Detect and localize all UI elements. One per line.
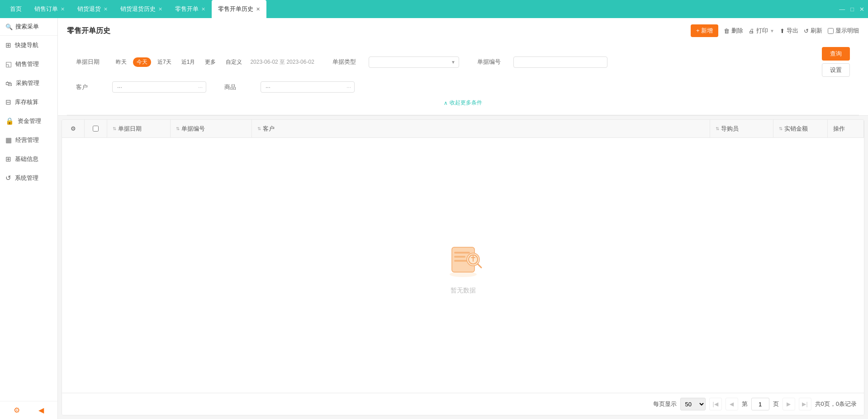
sidebar-item-quick-nav[interactable]: ⊞ 快捷导航 (0, 36, 57, 55)
select-all-checkbox[interactable] (93, 126, 99, 132)
close-tab-sales-return[interactable]: ✕ (104, 6, 108, 12)
type-select-wrap (369, 56, 459, 68)
customer-filter-label: 客户 (76, 83, 103, 91)
finance-icon: 🔒 (5, 117, 14, 125)
th-salesperson: ⇅ 导购员 (710, 120, 773, 137)
close-tab-retail-open-history[interactable]: ✕ (256, 6, 260, 12)
close-tab-sales-order[interactable]: ✕ (61, 6, 65, 12)
th-date: ⇅ 单据日期 (107, 120, 171, 137)
tab-retail-open-history[interactable]: 零售开单历史 ✕ (212, 0, 266, 18)
next-page-button[interactable]: ▶ (783, 398, 795, 410)
close-tab-sales-return-history[interactable]: ✕ (158, 6, 162, 12)
tab-sales-return-history[interactable]: 销货退货历史 ✕ (114, 0, 169, 18)
date-opt-1month[interactable]: 近1月 (178, 57, 199, 67)
display-cols-checkbox[interactable] (828, 28, 834, 34)
maximize-button[interactable]: □ (850, 6, 854, 13)
window-controls: — □ ✕ (839, 6, 864, 13)
tab-sales-order[interactable]: 销售订单 ✕ (28, 0, 71, 18)
type-filter-label: 单据类型 (332, 58, 360, 66)
filter-actions: 查询 设置 (822, 47, 850, 77)
prev-page-button[interactable]: ◀ (726, 398, 738, 410)
sidebar-bottom: ⚙ ◀ (0, 401, 57, 419)
refresh-button[interactable]: ↺ 刷新 (804, 27, 822, 35)
page-header: 零售开单历史 + 新增 🗑 删除 🖨 打印 ▼ ⬆ 导出 (58, 18, 868, 116)
sidebar-item-inventory[interactable]: ⊟ 库存核算 (0, 93, 57, 112)
empty-state: 暂无数据 (62, 138, 864, 393)
th-action: 操作 (828, 120, 864, 137)
settings-icon[interactable]: ⚙ (71, 125, 76, 132)
sidebar-item-finance[interactable]: 🔒 资金管理 (0, 112, 57, 131)
page-title-row: 零售开单历史 + 新增 🗑 删除 🖨 打印 ▼ ⬆ 导出 (67, 24, 859, 37)
content-area: 零售开单历史 + 新增 🗑 删除 🖨 打印 ▼ ⬆ 导出 (58, 18, 868, 419)
goods-input[interactable] (261, 81, 355, 93)
sidebar-item-sales-mgmt[interactable]: ◱ 销售管理 (0, 55, 57, 74)
sort-salesperson-icon[interactable]: ⇅ (716, 126, 719, 131)
sidebar-collapse-icon[interactable]: ◀ (38, 406, 44, 414)
goods-input-wrap (261, 81, 355, 93)
sort-amount-icon[interactable]: ⇅ (779, 126, 783, 131)
svg-rect-5 (454, 260, 468, 262)
minimize-button[interactable]: — (839, 6, 845, 13)
customer-input-wrap (112, 81, 206, 93)
date-range-text: 2023-06-02 至 2023-06-02 (250, 58, 314, 66)
filter-row-2: 客户 商品 (76, 81, 850, 93)
svg-point-0 (450, 272, 477, 277)
close-button[interactable]: ✕ (859, 6, 864, 13)
sales-mgmt-icon: ◱ (5, 60, 12, 68)
toolbar: + 新增 🗑 删除 🖨 打印 ▼ ⬆ 导出 ↺ (691, 24, 859, 37)
page-label-before: 第 (742, 400, 748, 408)
page-size-select[interactable]: 50 20 100 (680, 398, 706, 410)
page-number-input[interactable]: 1 (751, 398, 769, 410)
print-button[interactable]: 🖨 打印 ▼ (749, 27, 774, 35)
last-page-button[interactable]: ▶| (799, 398, 811, 410)
sidebar-search[interactable]: 🔍 搜索采单 (0, 18, 57, 36)
tab-retail-open[interactable]: 零售开单 ✕ (169, 0, 212, 18)
display-cols-toggle[interactable]: 显示明细 (828, 27, 859, 35)
th-settings[interactable]: ⚙ (62, 120, 85, 137)
table-area: ⚙ ⇅ 单据日期 ⇅ 单据编号 ⇅ 客户 ⇅ (62, 119, 864, 415)
date-opt-today[interactable]: 今天 (133, 57, 151, 67)
empty-illustration (441, 236, 486, 281)
print-icon: 🖨 (749, 28, 754, 34)
basic-info-icon: ⊞ (5, 155, 11, 163)
sort-date-icon[interactable]: ⇅ (113, 126, 116, 131)
th-checkbox (85, 120, 107, 137)
number-input[interactable] (513, 56, 607, 68)
sort-number-icon[interactable]: ⇅ (176, 126, 180, 131)
print-dropdown-icon[interactable]: ▼ (770, 28, 774, 33)
date-opt-yesterday[interactable]: 昨天 (112, 57, 130, 67)
delete-button[interactable]: 🗑 删除 (724, 27, 743, 35)
date-opt-more[interactable]: 更多 (201, 57, 219, 67)
th-amount: ⇅ 实销金额 (773, 120, 828, 137)
add-button[interactable]: + 新增 (691, 24, 718, 37)
settings-button[interactable]: 设置 (822, 63, 850, 77)
sidebar-settings-icon[interactable]: ⚙ (14, 406, 20, 414)
tab-sales-return[interactable]: 销货退货 ✕ (71, 0, 114, 18)
search-icon: 🔍 (5, 24, 13, 30)
page-title: 零售开单历史 (67, 26, 110, 36)
sort-customer-icon[interactable]: ⇅ (257, 126, 261, 131)
close-tab-retail-open[interactable]: ✕ (201, 6, 205, 12)
svg-rect-4 (454, 256, 465, 258)
th-customer: ⇅ 客户 (252, 120, 710, 137)
query-button[interactable]: 查询 (822, 47, 850, 61)
page-label: 页 (773, 400, 779, 408)
sidebar-item-purchase-mgmt[interactable]: 🛍 采购管理 (0, 74, 57, 93)
date-opt-custom[interactable]: 自定义 (222, 57, 246, 67)
date-options: 昨天 今天 近7天 近1月 更多 自定义 2023-06-02 至 2023-0… (112, 57, 314, 67)
tab-home[interactable]: 首页 (4, 0, 28, 18)
sidebar-item-system[interactable]: ↺ 系统管理 (0, 169, 57, 188)
type-select[interactable] (369, 56, 459, 68)
collapse-arrow-icon: ∧ (444, 100, 448, 106)
customer-input[interactable] (112, 81, 206, 93)
date-opt-7days[interactable]: 近7天 (154, 57, 175, 67)
sidebar-item-operations[interactable]: ▦ 经营管理 (0, 131, 57, 150)
collapse-button[interactable]: ∧ 收起更多条件 (76, 97, 850, 110)
filter-area: 单据日期 昨天 今天 近7天 近1月 更多 自定义 2023-06-02 至 2… (67, 42, 859, 115)
export-button[interactable]: ⬆ 导出 (780, 27, 798, 35)
goods-filter-label: 商品 (224, 83, 251, 91)
purchase-mgmt-icon: 🛍 (5, 80, 12, 87)
first-page-button[interactable]: |◀ (709, 398, 722, 410)
th-number: ⇅ 单据编号 (171, 120, 252, 137)
sidebar-item-basic-info[interactable]: ⊞ 基础信息 (0, 150, 57, 169)
